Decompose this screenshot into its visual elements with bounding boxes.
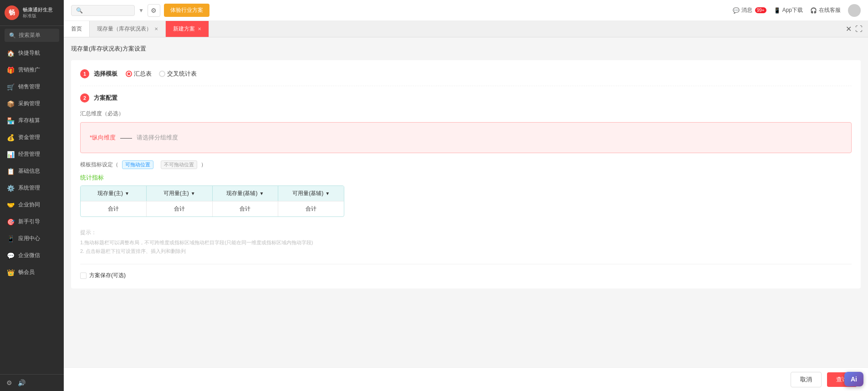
col-header-0[interactable]: 现存量(主) ▼ (81, 186, 147, 201)
sidebar-search[interactable]: 🔍 搜索菜单 (5, 29, 59, 42)
sidebar-item-label: 经营管理 (18, 150, 40, 158)
close-panel-icon[interactable]: ✕ (845, 24, 853, 34)
scheme-settings-card: 1 选择模板 汇总表 交叉统计表 2 方案配置 (71, 60, 861, 288)
online-service-label: 在线客服 (819, 6, 841, 14)
main-area: 🔍 ▼ ⚙ 体验行业方案 💬 消息 99+ 📱 App下载 🎧 (64, 0, 868, 391)
sidebar-item-label: 快捷导航 (18, 49, 40, 57)
money-icon: 💰 (6, 134, 15, 141)
user-avatar[interactable] (848, 4, 861, 17)
target-icon: 🎯 (6, 218, 15, 226)
tab-inventory-status[interactable]: 现存量（库存状况表） ✕ (90, 21, 166, 37)
sidebar-item-label: 基础信息 (18, 167, 40, 175)
col-chevron-3: ▼ (325, 191, 330, 196)
sidebar-header: 畅 畅康通好生意 标准版 (0, 0, 64, 26)
sidebar-item-operations[interactable]: 📊 经营管理 (0, 146, 64, 163)
sidebar-item-label: 应用中心 (18, 235, 40, 242)
app-download-label: App下载 (782, 6, 803, 14)
col-chevron-0: ▼ (125, 191, 129, 196)
unmovable-tag: 不可拖动位置 (161, 160, 197, 169)
store-icon: 🏪 (6, 117, 15, 124)
dimension-zone[interactable]: *纵向维度 —— 请选择分组维度 (80, 122, 852, 153)
page-title: 现存量(库存状况表)方案设置 (71, 45, 861, 53)
stats-table-body: 合计 合计 合计 合计 (81, 201, 344, 216)
sidebar-item-finance[interactable]: 💰 资金管理 (0, 129, 64, 146)
sidebar-item-wechat[interactable]: 💬 企业微信 (0, 247, 64, 264)
step2-num: 2 (80, 93, 89, 103)
sidebar-item-quick-nav[interactable]: 🏠 快捷导航 (0, 45, 64, 62)
sidebar-item-system[interactable]: ⚙️ 系统管理 (0, 180, 64, 196)
online-service-btn[interactable]: 🎧 在线客服 (810, 6, 841, 14)
settings-icon[interactable]: ⚙ (6, 379, 12, 386)
search-icon: 🔍 (9, 32, 16, 39)
message-btn[interactable]: 💬 消息 99+ (733, 6, 766, 14)
sidebar-item-label: 企业协同 (18, 201, 40, 209)
gear-icon: ⚙ (151, 7, 157, 14)
tips-section: 提示： 1.拖动标题栏可以调整布局，不可跨维度或指标区域拖动栏目字段(只能在同一… (80, 224, 852, 255)
tabbar: 首页 现存量（库存状况表） ✕ 新建方案 ✕ ✕ ⛶ (64, 21, 868, 37)
sidebar-item-label: 库存核算 (18, 117, 40, 124)
col-chevron-1: ▼ (191, 191, 195, 196)
radio-cross[interactable]: 交叉统计表 (159, 70, 197, 78)
tips-title: 提示： (80, 229, 852, 237)
summary-dim-label: 汇总维度（必选） (80, 110, 852, 118)
topbar-dropdown[interactable]: ▼ (138, 7, 144, 14)
radio-summary[interactable]: 汇总表 (126, 70, 152, 78)
tabbar-actions: ✕ ⛶ (840, 24, 868, 34)
sidebar-item-label: 畅会员 (18, 268, 35, 276)
chat-icon: 💬 (6, 252, 15, 259)
tab-new-scheme[interactable]: 新建方案 ✕ (166, 21, 209, 37)
app-name: 畅康通好生意 (23, 6, 53, 13)
expand-icon[interactable]: ⛶ (854, 24, 863, 34)
topbar-search-box[interactable]: 🔍 (71, 5, 135, 16)
sidebar-item-inventory[interactable]: 🏪 库存核算 (0, 112, 64, 129)
sidebar-item-purchase[interactable]: 📦 采购管理 (0, 95, 64, 112)
sidebar-item-marketing[interactable]: 🎁 营销推广 (0, 62, 64, 78)
download-icon: 📱 (774, 7, 781, 14)
col-header-1[interactable]: 可用量(主) ▼ (147, 186, 213, 201)
topbar: 🔍 ▼ ⚙ 体验行业方案 💬 消息 99+ 📱 App下载 🎧 (64, 0, 868, 21)
sidebar-item-label: 采购管理 (18, 100, 40, 108)
volume-icon[interactable]: 🔊 (18, 379, 26, 386)
app-version: 标准版 (23, 13, 53, 19)
tab-home[interactable]: 首页 (64, 21, 90, 37)
indicator-suffix: ） (201, 161, 206, 169)
sidebar-nav: 🔍 搜索菜单 🏠 快捷导航 🎁 营销推广 🛒 销售管理 📦 采购管理 🏪 库存核… (0, 26, 64, 374)
inventory-tab-label: 现存量（库存状况表） (97, 25, 152, 33)
save-checkbox-box[interactable] (80, 273, 87, 279)
inventory-tab-close-icon[interactable]: ✕ (154, 26, 158, 31)
col-chevron-2: ▼ (259, 191, 264, 196)
ai-float-button[interactable]: Ai (844, 372, 863, 386)
col-header-2[interactable]: 现存量(基辅) ▼ (213, 186, 279, 201)
new-scheme-tab-label: 新建方案 (173, 25, 195, 33)
sidebar-item-label: 资金管理 (18, 134, 40, 141)
message-badge: 99+ (755, 7, 766, 13)
cancel-button[interactable]: 取消 (791, 372, 822, 387)
col-label-0: 现存量(主) (97, 190, 123, 197)
col-label-2: 现存量(基辅) (226, 190, 257, 197)
sidebar-item-app-center[interactable]: 📱 应用中心 (0, 230, 64, 247)
sidebar-item-member[interactable]: 👑 畅会员 (0, 264, 64, 281)
home-icon: 🏠 (6, 50, 15, 57)
col-header-3[interactable]: 可用量(基辅) ▼ (278, 186, 344, 201)
sidebar-item-enterprise[interactable]: 🤝 企业协同 (0, 196, 64, 213)
headset-icon: 🎧 (810, 7, 817, 14)
radio-summary-dot (126, 71, 132, 77)
save-checkbox-label[interactable]: 方案保存(可选) (80, 272, 126, 279)
app-logo: 畅 (5, 5, 19, 20)
sidebar-item-label: 新手引导 (18, 218, 40, 226)
step2-row: 2 方案配置 (80, 93, 852, 103)
movable-tag: 可拖动位置 (122, 160, 153, 169)
home-tab-label: 首页 (71, 25, 82, 33)
sidebar-item-label: 系统管理 (18, 184, 40, 192)
sidebar-item-newbie[interactable]: 🎯 新手引导 (0, 213, 64, 230)
settings-btn[interactable]: ⚙ (148, 4, 160, 17)
new-scheme-tab-close-icon[interactable]: ✕ (198, 26, 201, 31)
app-download-btn[interactable]: 📱 App下载 (774, 6, 803, 14)
col-body-1: 合计 (147, 201, 213, 216)
trial-button[interactable]: 体验行业方案 (164, 4, 209, 17)
message-label: 消息 (741, 6, 752, 14)
sidebar-item-sales[interactable]: 🛒 销售管理 (0, 78, 64, 95)
step-divider (80, 86, 852, 86)
sidebar: 畅 畅康通好生意 标准版 🔍 搜索菜单 🏠 快捷导航 🎁 营销推广 🛒 销售管理… (0, 0, 64, 391)
sidebar-item-basics[interactable]: 📋 基础信息 (0, 163, 64, 180)
